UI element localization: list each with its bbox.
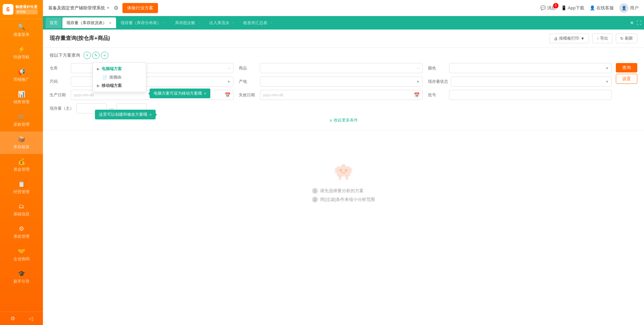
sidebar-bottom: ⚙ ◁ [0,312,43,325]
sidebar-item-marketing[interactable]: 📢 营销推广 [0,64,43,87]
product-select[interactable]: ··· [260,63,423,73]
set-button[interactable]: 设置 [616,74,637,84]
scheme-mobile-section[interactable]: ▶ 移动端方案 [93,82,146,90]
svg-rect-4 [342,164,345,167]
sidebar-item-quick[interactable]: ⚡ 快捷导航 [0,42,43,64]
expiry-date-input[interactable]: yyyy-mm-dd 📅 [260,90,423,100]
tab-recv-close[interactable]: × [269,20,273,25]
inventory-icon: 📦 [18,136,25,143]
query-buttons: 查询 设置 [616,63,637,84]
svg-rect-7 [339,176,341,180]
messages-button[interactable]: 💬 消息 6 [540,5,556,11]
online-service-button[interactable]: 👤 在线客服 [590,5,614,11]
scheme-item-icon: 📄 [102,75,107,80]
tabs-close-all-icon[interactable]: ✕ [630,20,634,25]
tab-inout[interactable]: 出入库流水 × [205,17,239,28]
tab-recv[interactable]: 收发存汇总表 × [239,17,277,28]
tab-inout-close[interactable]: × [231,20,235,25]
tooltip1-close[interactable]: × [204,91,206,96]
color-select[interactable]: ▼ [449,63,612,73]
sidebar-item-inventory[interactable]: 📦 库存核算 [0,131,43,154]
scheme-pc-section[interactable]: ▶ 电脑端方案 [93,65,146,73]
svg-rect-8 [345,176,348,180]
system-icon: ⚙ [19,225,24,232]
refresh-icon: ↻ [620,36,624,41]
filter-stock-status: 现存量状态 ▼ [428,76,612,87]
tab-stock-status-close[interactable]: × [109,20,112,25]
batch-input[interactable] [449,90,612,100]
tooltip-scheme-mobile: 电脑方案可设为移动方案哦 × [150,89,210,98]
tab-stock-dist-close[interactable]: × [163,20,166,25]
search-icon: 🔍 [18,23,25,31]
refresh-button[interactable]: ↻ 刷新 [616,34,637,43]
tabs-actions: ✕ ⛶ [630,20,641,25]
sidebar-item-sales[interactable]: 📊 销售管理 [0,87,43,109]
sidebar-logo: 6 畅捷通好生意 标准版 [0,0,43,19]
color-arrow-icon: ▼ [605,66,609,70]
sidebar-item-finance[interactable]: 💰 资金管理 [0,154,43,176]
system-name[interactable]: 装备及固定资产辅助管理系统 ▼ [48,5,110,11]
sidebar-item-guide[interactable]: 🎓 新手引导 [0,266,43,288]
marketing-icon: 📢 [18,68,25,75]
purchase-icon: 🛒 [18,113,25,120]
warehouse-label: 仓库 [50,65,68,71]
filter-header: 按以下方案查询 + ✎ « ▶ 电脑端方案 📄 按摘由 [50,52,637,59]
logo-text: 畅捷通好生意 标准版 [15,4,38,14]
sidebar-item-basic[interactable]: 🗂 基础信息 [0,199,43,221]
print-arrow-icon: ▼ [581,36,585,41]
page: 现存量查询(按仓库+商品) 🖨 按模板打印 ▼ ↑ 导出 ↻ 刷新 [43,30,644,325]
stock-status-select[interactable]: ▼ [451,76,612,87]
expiry-date-label: 失效日期 [239,92,257,98]
add-scheme-button[interactable]: + [84,52,91,59]
export-icon: ↑ [597,36,599,41]
origin-arrow-icon: ▼ [416,80,420,84]
product-more-icon: ··· [417,66,420,70]
tab-stock-status[interactable]: 现存量（库存状况表） × [62,17,116,28]
step1-num: 1 [312,188,318,194]
scheme-pc-item-1[interactable]: 📄 按摘由 [93,73,146,82]
tab-home[interactable]: 首页 [46,17,62,28]
empty-step-2: 2 用[过滤]条件来缩小分析范围 [312,197,375,203]
sidebar-item-purchase[interactable]: 🛒 采购管理 [0,109,43,131]
message-icon: 💬 [540,5,546,10]
empty-steps: 1 请先选择要分析的方案 2 用[过滤]条件来缩小分析范围 [312,188,375,203]
user-avatar[interactable]: 👤 用户 [619,3,639,13]
app-download-button[interactable]: 📱 App下载 [561,5,584,11]
user-avatar-icon: 👤 [622,6,627,10]
sales-icon: 📊 [18,91,25,98]
origin-select[interactable]: ▼ [260,76,423,87]
collapse-arrow-icon: ∧ [329,118,332,123]
tab-stock-dist[interactable]: 现存量（库存分布表） × [117,17,170,28]
filter-origin: 产地 ▼ [239,76,423,87]
topbar-gear-icon[interactable]: ⚙ [114,5,118,11]
message-badge: 6 [553,3,558,8]
topbar-right: 💬 消息 6 📱 App下载 👤 在线客服 👤 用户 [540,3,639,13]
tooltip2-close[interactable]: × [149,112,152,117]
system-selector: 装备及固定资产辅助管理系统 ▼ [48,5,110,11]
prev-scheme-button[interactable]: « [101,52,108,59]
settings-bottom-icon[interactable]: ⚙ [10,315,15,322]
sidebar-item-operations[interactable]: 📋 经营管理 [0,176,43,199]
batch-label: 批号 [428,92,446,98]
export-button[interactable]: ↑ 导出 [592,34,612,43]
empty-state: 1 请先选择要分析的方案 2 用[过滤]条件来缩小分析范围 [43,130,644,229]
enterprise-icon: 🤝 [18,248,25,255]
main-content: 装备及固定资产辅助管理系统 ▼ ⚙ 体验行业方案 💬 消息 6 📱 App下载 … [43,0,644,325]
query-button[interactable]: 查询 [616,63,637,72]
sidebar-item-system[interactable]: ⚙ 系统管理 [0,221,43,243]
phone-icon: 📱 [561,5,567,10]
svg-rect-6 [350,168,352,173]
tab-batch-close[interactable]: × [197,20,201,25]
sidebar-item-search[interactable]: 🔍 搜索菜单 [0,19,43,42]
prod-date-calendar-icon[interactable]: 📅 [225,92,230,98]
tabs-expand-icon[interactable]: ⛶ [637,20,641,25]
svg-rect-2 [345,169,347,172]
expiry-date-calendar-icon[interactable]: 📅 [414,92,420,98]
stock-status-label: 现存量状态 [428,79,448,85]
industry-solution-button[interactable]: 体验行业方案 [122,3,158,13]
print-button[interactable]: 🖨 按模板打印 ▼ [549,34,589,43]
edit-scheme-button[interactable]: ✎ [92,52,100,59]
sidebar-item-enterprise[interactable]: 🤝 企业协同 [0,243,43,266]
collapse-sidebar-icon[interactable]: ◁ [29,315,33,322]
tab-batch[interactable]: 库存批次账 × [171,17,205,28]
